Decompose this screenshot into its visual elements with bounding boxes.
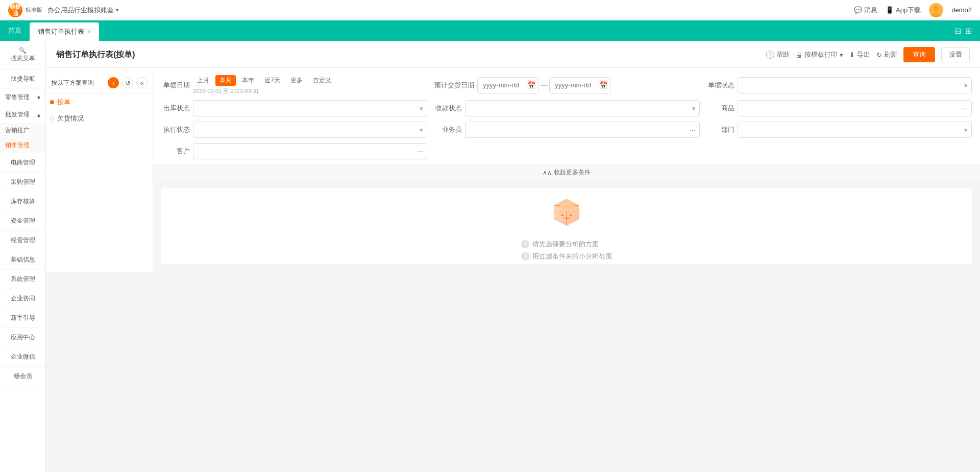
sidebar-sub-sales-label: 销售管理: [5, 141, 30, 149]
tab-expand-button[interactable]: ⊞: [965, 26, 972, 36]
tab-home-label: 首页: [8, 26, 21, 35]
predicted-date-from-wrapper: 📅: [477, 77, 538, 93]
export-button[interactable]: ⬇ 导出: [849, 50, 870, 59]
sidebar-item-wholesale[interactable]: 批发管理 ▴: [0, 106, 45, 123]
sidebar-item-basic[interactable]: 基础信息: [0, 250, 45, 270]
data-area: 单据日期 上月 本月 本年 近7天 更多 自定义 20: [153, 68, 980, 272]
sidebar-wholesale-arrow: ▴: [37, 111, 40, 119]
topbar: 畅捷通 标准版 办公用品行业模拟账套 ▾ 💬 消息 📱 App下载 demo2: [0, 0, 980, 20]
goods-input[interactable]: [738, 100, 972, 116]
print-arrow: ▾: [840, 51, 843, 59]
sidebar-item-enterprise[interactable]: 企业协同: [0, 289, 45, 309]
sidebar-item-inventory[interactable]: 库存核算: [0, 192, 45, 211]
sidebar-item-finance[interactable]: 资金管理: [0, 211, 45, 231]
sidebar-group-wholesale: 批发管理 ▴ 营销推广 销售管理: [0, 106, 45, 153]
sidebar-sub-sales[interactable]: 销售管理: [0, 138, 45, 153]
topbar-left: 畅捷通 标准版 办公用品行业模拟账套 ▾: [8, 3, 118, 17]
app-selector[interactable]: 办公用品行业模拟账套 ▾: [47, 6, 118, 15]
predicted-date-to-wrapper: 📅: [549, 77, 610, 93]
exec-status-select[interactable]: [193, 122, 427, 138]
goods-more-icon[interactable]: ···: [960, 104, 970, 112]
refresh-icon: ↻: [876, 51, 882, 59]
tab-home[interactable]: 首页: [0, 20, 30, 41]
refresh-button[interactable]: ↻ 刷新: [876, 50, 897, 59]
sidebar-sub-marketing[interactable]: 营销推广: [0, 123, 45, 138]
filter-row4-empty2: [706, 143, 972, 159]
app-download-label: App下载: [896, 6, 921, 15]
scheme-inactive-dot: [50, 116, 54, 121]
add-scheme-button[interactable]: +: [108, 77, 119, 88]
page-actions: ? 帮助 🖨 按模板打印 ▾ ⬇ 导出 ↻ 刷新: [766, 47, 970, 62]
date-tab-last7days[interactable]: 近7天: [260, 75, 284, 86]
sidebar-item-business[interactable]: 经营管理: [0, 231, 45, 250]
nav-tabs: 首页 销售订单执行表 × ⊟ ⊞: [0, 20, 980, 41]
filter-cell-predicted-date: 预计交货日期 📅 —: [433, 75, 699, 95]
nav-tabs-actions: ⊟ ⊞: [954, 26, 980, 36]
sidebar-item-retail[interactable]: 零售管理 ▾: [0, 89, 45, 106]
salesperson-control: ···: [465, 122, 699, 138]
sidebar-item-ecommerce[interactable]: 电商管理: [0, 153, 45, 173]
filter-cell-exec-status: 执行状态 ▾: [161, 122, 427, 138]
filter-form: 单据日期 上月 本月 本年 近7天 更多 自定义 20: [153, 68, 980, 180]
scheme-order-label: 按单: [57, 98, 70, 107]
search-menu-button[interactable]: 🔍 搜索菜单: [3, 45, 42, 65]
sidebar-item-apps[interactable]: 应用中心: [0, 328, 45, 347]
logo-area: 畅捷通 标准版: [8, 3, 42, 17]
dept-label: 部门: [706, 125, 734, 134]
empty-tip-1: 1 请先选择要分析的方案: [521, 240, 612, 249]
date-tab-more[interactable]: 更多: [286, 75, 307, 86]
query-button[interactable]: 查询: [903, 47, 935, 62]
date-tab-current-month[interactable]: 本月: [215, 75, 236, 86]
sidebar-item-quick-nav[interactable]: 快捷导航: [0, 69, 45, 89]
salesperson-more-icon[interactable]: ···: [688, 126, 698, 134]
page-header: 销售订单执行表(按单) ? 帮助 🖨 按模板打印 ▾ ⬇ 导出: [46, 41, 980, 68]
refresh-scheme-button[interactable]: ↺: [122, 77, 133, 88]
collapse-panel-button[interactable]: «: [136, 77, 148, 88]
collapse-filters-bar[interactable]: ∧∧ 收起更多条件: [153, 164, 980, 180]
tab-collapse-button[interactable]: ⊟: [954, 26, 961, 36]
filter-row-1: 单据日期 上月 本月 本年 近7天 更多 自定义 20: [153, 68, 980, 100]
export-label: 导出: [857, 50, 870, 59]
predicted-date-label: 预计交货日期: [433, 81, 474, 90]
customer-more-icon[interactable]: ···: [415, 147, 426, 155]
help-icon: ?: [766, 51, 774, 59]
download-icon: 📱: [886, 6, 894, 14]
search-menu-label: 搜索菜单: [3, 54, 42, 63]
recv-status-select[interactable]: [465, 100, 699, 116]
customer-input[interactable]: [193, 143, 427, 159]
user-name[interactable]: demo2: [951, 6, 972, 14]
date-tab-custom[interactable]: 自定义: [309, 75, 335, 86]
out-status-select[interactable]: [193, 100, 427, 116]
scheme-item-backorder[interactable]: 欠货情况: [46, 110, 153, 127]
sidebar-item-purchase[interactable]: 采购管理: [0, 173, 45, 192]
message-button[interactable]: 💬 消息: [854, 6, 877, 15]
tab-close-icon[interactable]: ×: [87, 28, 91, 35]
filter-cell-goods: 商品 ···: [706, 100, 972, 116]
help-label: 帮助: [776, 50, 790, 59]
date-tab-prev-month[interactable]: 上月: [193, 75, 213, 86]
print-button[interactable]: 🖨 按模板打印 ▾: [796, 50, 843, 59]
empty-tip-1-label: 请先选择要分析的方案: [532, 240, 599, 249]
filter-cell-dept: 部门 ▾: [706, 122, 972, 138]
settings-button[interactable]: 设置: [941, 47, 970, 62]
salesperson-input[interactable]: [465, 122, 699, 138]
tip-num-1: 1: [521, 240, 529, 248]
sidebar-item-system[interactable]: 系统管理: [0, 270, 45, 289]
sidebar-item-member[interactable]: 畅会员: [0, 367, 45, 386]
sidebar-group-retail: 零售管理 ▾: [0, 89, 45, 106]
date-tab-current-year[interactable]: 本年: [238, 75, 258, 86]
app-download-button[interactable]: 📱 App下载: [886, 6, 921, 15]
scheme-item-order[interactable]: 按单: [46, 94, 153, 110]
sidebar-item-guide[interactable]: 新手引导: [0, 309, 45, 328]
page-title: 销售订单执行表(按单): [56, 50, 135, 60]
doc-status-select[interactable]: [738, 77, 972, 93]
help-button[interactable]: ? 帮助: [766, 50, 790, 59]
date-range-hint: 2023-03-01 至 2023-03-31: [193, 87, 427, 95]
page-title-row: 销售订单执行表(按单) ? 帮助 🖨 按模板打印 ▾ ⬇ 导出: [56, 47, 970, 67]
dept-select[interactable]: [738, 122, 972, 138]
dept-control: ▾: [738, 122, 972, 138]
sidebar-item-wechat[interactable]: 企业微信: [0, 347, 45, 367]
logo-text: 畅捷通: [10, 4, 21, 16]
filter-cell-customer: 客户 ···: [161, 143, 427, 159]
tab-sales-order[interactable]: 销售订单执行表 ×: [30, 22, 99, 41]
